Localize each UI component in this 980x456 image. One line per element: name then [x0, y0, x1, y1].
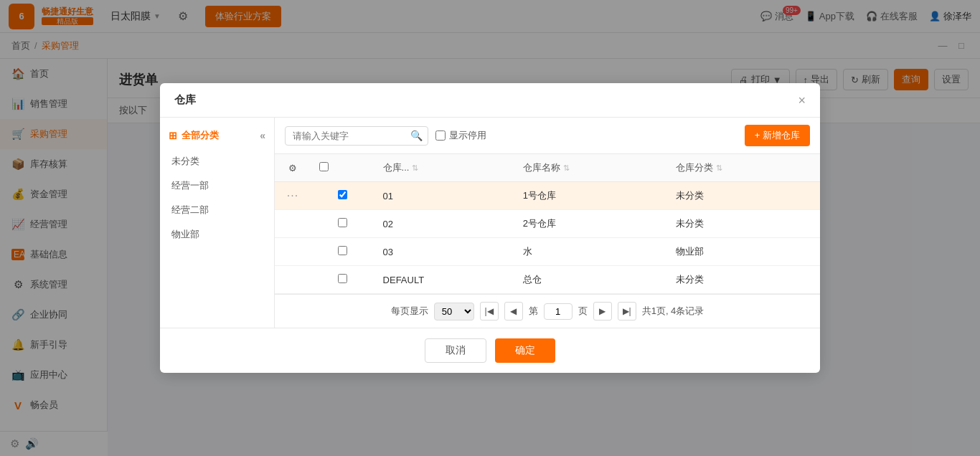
- table-row[interactable]: DEFAULT 总仓 未分类: [275, 266, 820, 294]
- page-input[interactable]: [544, 303, 573, 320]
- all-category-label[interactable]: 全部分类: [182, 129, 219, 142]
- category-header: ⊞ 全部分类 «: [160, 125, 274, 149]
- category-label-property: 物业部: [171, 229, 199, 239]
- row-category: 未分类: [667, 266, 820, 294]
- row-checkbox-cell: [311, 266, 374, 294]
- warehouse-modal: 仓库 × ⊞ 全部分类 « 未分类 经营一部: [160, 83, 820, 373]
- modal-close-button[interactable]: ×: [798, 94, 806, 107]
- page-prev-btn[interactable]: ◀: [504, 302, 523, 320]
- row-checkbox[interactable]: [338, 218, 347, 227]
- row-name: 1号仓库: [514, 182, 667, 210]
- row-code: DEFAULT: [374, 266, 514, 294]
- page-unit: 页: [578, 305, 588, 318]
- category-label-dept1: 经营一部: [171, 180, 209, 191]
- col-category-label: 仓库分类: [676, 161, 713, 174]
- category-title-row: ⊞ 全部分类: [169, 129, 219, 142]
- show-disabled-wrap: 显示停用: [435, 129, 486, 142]
- row-checkbox-cell: [311, 210, 374, 238]
- modal-footer: 取消 确定: [160, 328, 820, 373]
- table-toolbar: 🔍 显示停用 + 新增仓库: [275, 118, 820, 154]
- show-disabled-checkbox[interactable]: [435, 130, 446, 141]
- category-label-unclassified: 未分类: [171, 156, 199, 166]
- category-collapse-btn[interactable]: «: [260, 130, 265, 141]
- col-gear: ⚙: [275, 154, 311, 182]
- row-category: 物业部: [667, 238, 820, 266]
- row-action-cell: [275, 210, 311, 238]
- page-next-btn[interactable]: ▶: [593, 302, 612, 320]
- add-warehouse-btn[interactable]: + 新增仓库: [745, 125, 810, 146]
- data-table: ⚙ 仓库... ⇅ 仓库名称: [275, 154, 820, 294]
- col-category: 仓库分类 ⇅: [667, 154, 820, 182]
- col-code: 仓库... ⇅: [374, 154, 514, 182]
- category-item-property[interactable]: 物业部: [160, 222, 274, 247]
- modal-overlay: 仓库 × ⊞ 全部分类 « 未分类 经营一部: [0, 0, 980, 456]
- cancel-button[interactable]: 取消: [425, 338, 486, 363]
- category-sort-icon: ⇅: [716, 163, 722, 173]
- col-name: 仓库名称 ⇅: [514, 154, 667, 182]
- table-row[interactable]: 02 2号仓库 未分类: [275, 210, 820, 238]
- col-name-label: 仓库名称: [523, 161, 560, 174]
- name-sort-icon: ⇅: [563, 163, 570, 173]
- category-item-dept1[interactable]: 经营一部: [160, 174, 274, 198]
- per-page-label: 每页显示: [391, 305, 428, 318]
- row-code: 01: [374, 182, 514, 210]
- gear-col-icon: ⚙: [288, 163, 297, 174]
- row-category: 未分类: [667, 210, 820, 238]
- modal-header: 仓库 ×: [160, 83, 820, 118]
- page-size-select[interactable]: 10 20 50 100: [434, 303, 474, 320]
- page-first-btn[interactable]: |◀: [480, 302, 499, 320]
- confirm-button[interactable]: 确定: [495, 338, 555, 363]
- table-row[interactable]: ··· 01 1号仓库 未分类: [275, 182, 820, 210]
- row-action-cell: ···: [275, 182, 311, 210]
- table-header-row: ⚙ 仓库... ⇅ 仓库名称: [275, 154, 820, 182]
- search-input[interactable]: [285, 126, 428, 146]
- row-name: 2号仓库: [514, 210, 667, 238]
- row-dots-menu[interactable]: ···: [287, 189, 298, 201]
- grid-icon: ⊞: [169, 130, 177, 141]
- row-action-cell: [275, 238, 311, 266]
- category-item-dept2[interactable]: 经营二部: [160, 198, 274, 222]
- code-sort-icon: ⇅: [412, 163, 418, 173]
- row-name: 总仓: [514, 266, 667, 294]
- search-icon: 🔍: [410, 130, 423, 141]
- row-code: 02: [374, 210, 514, 238]
- select-all-checkbox[interactable]: [319, 162, 329, 171]
- row-code: 03: [374, 238, 514, 266]
- search-wrap: 🔍: [285, 126, 428, 146]
- row-category: 未分类: [667, 182, 820, 210]
- category-item-unclassified[interactable]: 未分类: [160, 149, 274, 174]
- col-code-label: 仓库...: [383, 161, 410, 174]
- category-sidebar: ⊞ 全部分类 « 未分类 经营一部 经营二部 物业部: [160, 118, 275, 328]
- category-label-dept2: 经营二部: [171, 204, 209, 215]
- row-checkbox[interactable]: [338, 246, 347, 255]
- modal-body: ⊞ 全部分类 « 未分类 经营一部 经营二部 物业部: [160, 118, 820, 328]
- row-checkbox[interactable]: [338, 274, 347, 283]
- pagination-bar: 每页显示 10 20 50 100 |◀ ◀ 第 页 ▶ ▶| 共1页, 4条记…: [275, 294, 820, 328]
- modal-title: 仓库: [174, 93, 196, 107]
- warehouse-table: ⚙ 仓库... ⇅ 仓库名称: [275, 154, 820, 294]
- col-checkbox: [311, 154, 374, 182]
- page-last-btn[interactable]: ▶|: [618, 302, 636, 320]
- row-action-cell: [275, 266, 311, 294]
- total-info: 共1页, 4条记录: [642, 305, 705, 318]
- table-body: ··· 01 1号仓库 未分类 02 2号仓库 未分类: [275, 182, 820, 294]
- row-checkbox-cell: [311, 238, 374, 266]
- table-area: 🔍 显示停用 + 新增仓库 ⚙: [275, 118, 820, 328]
- row-name: 水: [514, 238, 667, 266]
- row-checkbox-cell: [311, 182, 374, 210]
- table-row[interactable]: 03 水 物业部: [275, 238, 820, 266]
- row-checkbox[interactable]: [338, 190, 347, 199]
- show-disabled-label: 显示停用: [449, 129, 486, 142]
- page-label: 第: [529, 305, 538, 318]
